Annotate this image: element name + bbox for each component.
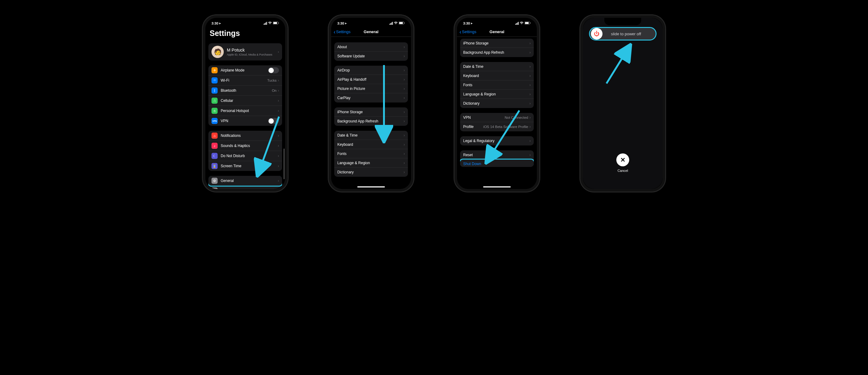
power-icon: ⏻ [594, 31, 599, 37]
screen-power-off: ⏻ slide to power off ✕ Cancel [583, 18, 663, 189]
cell-label: Fonts [337, 152, 404, 156]
cell-about[interactable]: About› [334, 42, 408, 52]
cell-label: AirDrop [337, 68, 404, 72]
cell-language-region[interactable]: Language & Region› [460, 90, 534, 99]
chevron-left-icon: ‹ [334, 29, 336, 35]
cell-dictionary[interactable]: Dictionary› [334, 167, 408, 177]
cell-notifications[interactable]: ⌂Notifications› [208, 131, 282, 141]
scroll-indicator [284, 149, 284, 179]
chevron-right-icon: › [404, 54, 405, 58]
phone-mockup-3: 3:30 ➤ ‹ Settings General iPhone Storage… [454, 15, 540, 192]
cell-shut-down[interactable]: Shut Down [460, 159, 534, 167]
cell-vpn[interactable]: VPNNot Connected› [460, 113, 534, 122]
cell-airplane-mode[interactable]: ✈Airplane Mode [208, 65, 282, 75]
cell-carplay[interactable]: CarPlay› [334, 93, 408, 102]
cell-keyboard[interactable]: Keyboard› [334, 140, 408, 149]
cell-bluetooth[interactable]: ᛒBluetoothOn› [208, 86, 282, 96]
chevron-right-icon: › [529, 50, 531, 55]
cell-sounds-&-haptics[interactable]: ♪Sounds & Haptics› [208, 141, 282, 151]
cell-label: iPhone Storage [337, 110, 404, 114]
cell-label: Sounds & Haptics [221, 144, 278, 148]
cell-label: Background App Refresh [337, 119, 404, 123]
wifi-icon: ⌔ [212, 77, 218, 84]
toggle-switch[interactable] [268, 67, 279, 73]
cell-software-update[interactable]: Software Update› [334, 52, 408, 61]
cell-do-not-disturb[interactable]: ☾Do Not Disturb› [208, 151, 282, 161]
location-icon: ➤ [219, 22, 221, 25]
cell-date-time[interactable]: Date & Time› [460, 62, 534, 71]
chevron-right-icon: › [529, 153, 531, 157]
svg-rect-1 [274, 22, 277, 24]
chevron-right-icon: › [529, 74, 531, 78]
status-time: 3:30 [463, 22, 470, 25]
cell-label: Reset [463, 153, 529, 157]
toggle-switch[interactable] [268, 118, 279, 124]
cell-iphone-storage[interactable]: iPhone Storage› [334, 107, 408, 117]
nav-title: General [490, 29, 504, 34]
cell-airdrop[interactable]: AirDrop› [334, 66, 408, 75]
vpn-icon: VPN [212, 118, 218, 124]
cell-background-app-refresh[interactable]: Background App Refresh› [460, 48, 534, 57]
wifi-icon [520, 22, 524, 25]
chevron-right-icon: › [278, 108, 279, 113]
chevron-right-icon: › [529, 125, 531, 129]
cell-screen-time[interactable]: ⌛Screen Time› [208, 161, 282, 171]
profile-name: M Potuck [227, 48, 278, 53]
cell-personal-hotspot[interactable]: ⎋Personal Hotspot› [208, 106, 282, 116]
cell-fonts[interactable]: Fonts› [334, 149, 408, 158]
screen-general-bottom: 3:30 ➤ ‹ Settings General iPhone Storage… [457, 18, 537, 189]
svg-rect-5 [399, 22, 403, 24]
back-button[interactable]: ‹ Settings [457, 29, 476, 35]
moon-icon: ☾ [212, 153, 218, 159]
cell-vpn[interactable]: VPNVPN [208, 116, 282, 126]
cell-language-region[interactable]: Language & Region› [334, 158, 408, 167]
home-indicator[interactable] [483, 186, 511, 187]
cell-background-app-refresh[interactable]: Background App Refresh› [334, 117, 408, 126]
apple-id-cell[interactable]: 🧑 M Potuck Apple ID, iCloud, Media & Pur… [208, 43, 282, 60]
power-off-slider[interactable]: ⏻ slide to power off [589, 27, 656, 40]
cell-cellular[interactable]: ⎍Cellular› [208, 96, 282, 106]
chevron-right-icon: › [529, 139, 531, 143]
chevron-right-icon: › [529, 92, 531, 96]
cell-label: Legal & Regulatory [463, 139, 529, 143]
notch [353, 18, 390, 25]
cell-label: General [221, 179, 278, 183]
back-button[interactable]: ‹ Settings [331, 29, 350, 35]
cell-control-center[interactable]: ≡Control Center› [208, 186, 282, 189]
chevron-right-icon: › [404, 170, 405, 174]
cell-label: Control Center [221, 188, 278, 189]
svg-rect-9 [525, 22, 529, 24]
cell-label: Dictionary [337, 170, 404, 174]
cell-label: Screen Time [221, 164, 278, 168]
phone-mockup-1: 3:30 ➤ Settings 🧑 [202, 15, 288, 192]
cell-airplay-handoff[interactable]: AirPlay & Handoff› [334, 75, 408, 84]
cancel-circle[interactable]: ✕ [616, 153, 629, 166]
cell-fonts[interactable]: Fonts› [460, 81, 534, 90]
cell-value: Not Connected [505, 116, 528, 119]
cell-label: Keyboard [463, 74, 529, 78]
cell-profile[interactable]: ProfileiOS 14 Beta Software Profile› [460, 122, 534, 131]
cell-picture-in-picture[interactable]: Picture in Picture› [334, 84, 408, 93]
cell-reset[interactable]: Reset› [460, 150, 534, 160]
cell-general[interactable]: ⚙General› [208, 176, 282, 187]
cell-iphone-storage[interactable]: iPhone Storage› [460, 39, 534, 48]
notch [604, 18, 641, 25]
home-indicator[interactable] [357, 186, 385, 187]
cell-wi-fi[interactable]: ⌔Wi-FiTucks› [208, 75, 282, 86]
chevron-right-icon: › [404, 152, 405, 156]
cellular-icon: ⎍ [212, 98, 218, 104]
cell-keyboard[interactable]: Keyboard› [460, 71, 534, 81]
chevron-right-icon: › [404, 96, 405, 100]
cancel-button[interactable]: ✕ Cancel [616, 153, 629, 173]
chevron-right-icon: › [278, 164, 279, 168]
cell-label: Date & Time [337, 133, 404, 137]
cell-label: Wi-Fi [221, 78, 267, 83]
svg-rect-6 [404, 22, 405, 24]
slide-to-power-off-label: slide to power off [602, 32, 656, 36]
cell-dictionary[interactable]: Dictionary› [460, 99, 534, 108]
chevron-right-icon: › [278, 50, 279, 54]
power-knob[interactable]: ⏻ [591, 28, 602, 39]
chevron-right-icon: › [529, 41, 531, 45]
cell-legal-regulatory[interactable]: Legal & Regulatory› [460, 136, 534, 146]
cell-date-time[interactable]: Date & Time› [334, 131, 408, 140]
